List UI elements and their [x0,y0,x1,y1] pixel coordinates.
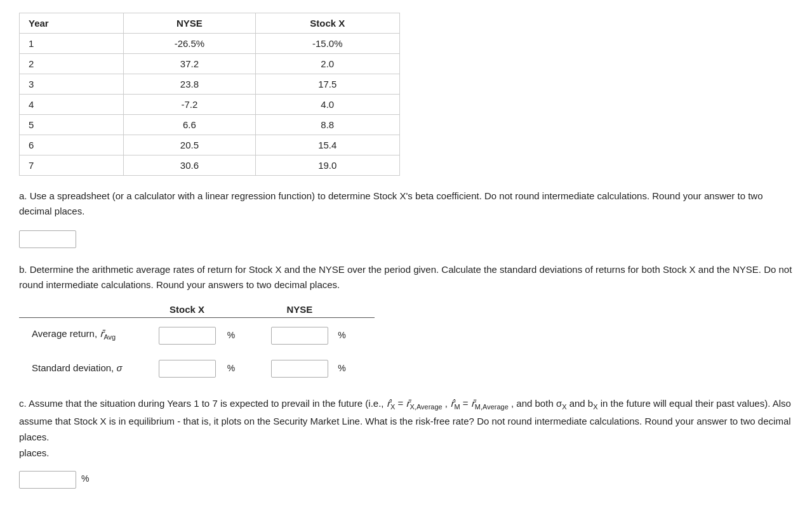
table-row: 2 37.2 2.0 [20,54,400,74]
section-a-letter: a. [19,190,27,201]
pct-label-4: % [335,351,375,384]
cell-nyse-1: -26.5% [124,34,255,54]
section-a: a. Use a spreadsheet (or a calculator wi… [19,188,793,251]
avg-return-stockx-input[interactable] [159,327,216,345]
section-b-letter: b. [19,264,27,275]
cell-nyse-4: -7.2 [124,95,255,115]
cell-stockx-5: 8.8 [255,115,400,135]
pct-label-1: % [225,318,264,352]
avg-return-stockx-cell [149,318,224,352]
subtable-empty-pct2 [335,301,375,318]
table-row: 1 -26.5% -15.0% [20,34,400,54]
table-row: 5 6.6 8.8 [20,115,400,135]
cell-stockx-7: 19.0 [255,155,400,176]
section-b-body: Determine the arithmetic average rates o… [19,264,792,290]
std-dev-nyse-cell [263,351,335,384]
section-c-to: to [202,398,210,409]
std-dev-nyse-input[interactable] [271,360,328,378]
cell-year-6: 6 [20,135,124,155]
cell-year-7: 7 [20,155,124,176]
table-row: 7 30.6 19.0 [20,155,400,176]
cell-nyse-6: 20.5 [124,135,255,155]
eq1-sub-xavg: X,Average [410,403,443,411]
main-data-table: Year NYSE Stock X 1 -26.5% -15.0% 2 37.2… [19,13,400,176]
cell-year-1: 1 [20,34,124,54]
risk-free-rate-input[interactable] [19,471,76,489]
cell-nyse-7: 30.6 [124,155,255,176]
std-dev-stockx-input[interactable] [159,360,216,378]
subtable-stockx-header: Stock X [149,301,224,318]
cell-stockx-4: 4.0 [255,95,400,115]
cell-stockx-2: 2.0 [255,54,400,74]
pct-label-3: % [225,351,264,384]
bx-sub: X [593,403,597,411]
cell-nyse-5: 6.6 [124,115,255,135]
sigma-symbol: σ [116,362,122,373]
col-header-nyse: NYSE [124,13,255,34]
risk-free-pct-label: % [81,473,89,484]
eq1-equals: = [397,398,406,409]
avg-return-nyse-cell [263,318,335,352]
table-row: 4 -7.2 4.0 [20,95,400,115]
section-b: b. Determine the arithmetic average rate… [19,262,793,384]
eq2-sub-m: M [454,403,460,411]
beta-input[interactable] [19,230,76,248]
section-c-and: , and both σ [511,398,562,409]
pct-label-2: % [335,318,375,352]
eq1-sub-x: X [390,403,395,411]
table-row: 6 20.5 15.4 [20,135,400,155]
std-dev-label: Standard deviation, σ [19,351,149,384]
section-a-body: Use a spreadsheet (or a calculator with … [19,190,763,216]
subtable-empty-header [19,301,149,318]
section-b-subtable: Stock X NYSE Average return, r̄Avg % % [19,301,375,384]
section-b-text: b. Determine the arithmetic average rate… [19,262,793,293]
std-dev-stockx-cell [149,351,224,384]
section-c-years: 7 is expected to prevail in the future (… [212,398,386,409]
sigma-x-sub: X [562,403,566,411]
avg-return-label: Average return, r̄Avg [19,318,149,352]
eq2-sub-mavg: M,Average [475,403,509,411]
cell-stockx-1: -15.0% [255,34,400,54]
section-c-places: places. [19,446,793,461]
table-row: 3 23.8 17.5 [20,74,400,95]
cell-year-3: 3 [20,74,124,95]
cell-year-4: 4 [20,95,124,115]
section-c-intro: Assume that the situation during Years 1 [29,398,202,409]
cell-nyse-3: 23.8 [124,74,255,95]
cell-nyse-2: 37.2 [124,54,255,74]
subtable-empty-pct1 [225,301,264,318]
cell-year-2: 2 [20,54,124,74]
cell-stockx-3: 17.5 [255,74,400,95]
subtable-nyse-header: NYSE [263,301,335,318]
section-c: c. Assume that the situation during Year… [19,395,793,491]
avg-subscript: Avg [103,333,116,341]
eq2-equals: = [463,398,471,409]
section-c-text: c. Assume that the situation during Year… [19,395,793,446]
col-header-year: Year [20,13,124,34]
section-c-letter: c. [19,398,27,409]
cell-year-5: 5 [20,115,124,135]
avg-return-nyse-input[interactable] [271,327,328,345]
cell-stockx-6: 15.4 [255,135,400,155]
section-c-and2: and b [569,398,594,409]
section-a-text: a. Use a spreadsheet (or a calculator wi… [19,188,793,219]
col-header-stockx: Stock X [255,13,400,34]
eq1-comma: , [445,398,448,409]
